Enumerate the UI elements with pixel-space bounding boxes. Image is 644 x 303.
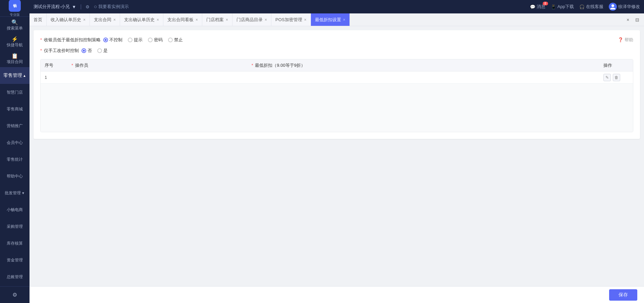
policy-option-password[interactable]: 密码 (148, 37, 163, 43)
sidebar-item-label-member: 会员中心 (7, 140, 23, 146)
sidebar-logo: 畅 专业版 (0, 0, 30, 17)
sidebar-item-label-contract: 项目合同 (7, 59, 23, 65)
tab-income-history-close[interactable]: × (83, 17, 86, 22)
demo-text: 我要看实例演示 (98, 4, 129, 10)
sidebar-item-marketing[interactable]: 营销推广 (0, 117, 30, 134)
tab-more-btn[interactable]: ⊟ (633, 16, 641, 24)
user-name: 徐泽华修改 (618, 4, 640, 10)
topbar-demo[interactable]: ○ 我要看实例演示 (94, 4, 129, 10)
policy-radio-group: 不控制 提示 密码 禁止 (103, 37, 183, 43)
tab-store-catalog-label: 门店商品目录 (236, 17, 263, 23)
sidebar-item-label-retailmall: 零售商城 (7, 106, 23, 112)
tab-expense-contract-label: 支出合同 (94, 17, 111, 23)
sidebar-item-finance[interactable]: 资金管理 (0, 252, 30, 268)
messages-badge: 8 (543, 2, 548, 5)
sidebar-item-ledger[interactable]: 总账管理 (0, 268, 30, 285)
tab-income-history-label: 收入确认单历史 (51, 17, 81, 23)
policy-option-label-password: 密码 (154, 37, 163, 43)
tab-expense-board-label: 支出合同看板 (167, 17, 194, 23)
tab-min-discount-label: 最低折扣设置 (315, 17, 341, 23)
tab-income-history[interactable]: 收入确认单历史 × (47, 13, 90, 26)
tab-store-catalog-close[interactable]: × (265, 17, 267, 22)
manual-radio-group: 否 是 (82, 48, 108, 54)
sidebar-item-contract[interactable]: 📋 项目合同 (0, 50, 30, 67)
tab-store-file[interactable]: 门店档案 × (202, 13, 232, 26)
sidebar-item-search[interactable]: 🔍 搜索菜单 (0, 17, 30, 34)
sidebar-item-label-retailstats: 零售统计 (7, 157, 23, 162)
table-header: 序号 * 操作员 * 最低折扣（9.00等于9折） 操作 (41, 59, 633, 71)
sidebar-item-help[interactable]: 帮助中心 (0, 168, 30, 185)
sidebar-footer-settings[interactable]: ⚙ (0, 286, 30, 303)
user-menu[interactable]: 徐泽华修改 (609, 3, 640, 11)
policy-option-label-forbidden: 禁止 (174, 37, 183, 43)
sidebar-item-retail[interactable]: 零售管理 ▲ (0, 67, 30, 84)
tab-expense-history-close[interactable]: × (157, 17, 159, 22)
sidebar-item-inventory[interactable]: 库存核算 (0, 235, 30, 252)
tab-expense-board[interactable]: 支出合同看板 × (163, 13, 202, 26)
sidebar-item-member[interactable]: 会员中心 (0, 134, 30, 151)
save-button[interactable]: 保存 (609, 289, 637, 301)
tab-pos-encrypt[interactable]: POS加密管理 × (271, 13, 311, 26)
download-icon: 📱 (551, 4, 556, 9)
messages-btn[interactable]: 💬 消息 8 (530, 4, 545, 10)
tab-min-discount[interactable]: 最低折扣设置 × (311, 13, 350, 26)
tab-expense-history[interactable]: 支出确认单历史 × (120, 13, 163, 26)
sidebar-item-quicknav[interactable]: ⚡ 快捷导航 (0, 34, 30, 50)
sidebar-item-retailstats[interactable]: 零售统计 (0, 151, 30, 168)
topbar-settings[interactable]: ⚙ (86, 4, 90, 9)
manual-option-yes[interactable]: 是 (97, 48, 108, 54)
policy-option-forbidden[interactable]: 禁止 (168, 37, 183, 43)
delete-row-btn[interactable]: 🗑 (613, 74, 620, 81)
table-row: 1 ✎ 🗑 (41, 71, 633, 84)
discount-table: 序号 * 操作员 * 最低折扣（9.00等于9折） 操作 (40, 59, 633, 132)
tab-close-btn[interactable]: × (624, 16, 632, 24)
app-logo: 畅 (9, 0, 21, 12)
sidebar-item-smartstore[interactable]: 智慧门店 (0, 84, 30, 101)
customer-service-btn[interactable]: 🎧 在线客服 (579, 4, 603, 10)
policy-radio-inner-no-control (105, 39, 107, 41)
policy-option-hint[interactable]: 提示 (128, 37, 143, 43)
tab-expense-contract[interactable]: 支出合同 × (90, 13, 120, 26)
tab-store-file-close[interactable]: × (226, 17, 228, 22)
manual-option-label-no: 否 (88, 48, 92, 54)
tab-expense-board-close[interactable]: × (196, 17, 198, 22)
tab-pos-encrypt-close[interactable]: × (304, 17, 307, 22)
policy-option-label-no-control: 不控制 (109, 37, 122, 43)
manual-radio-yes[interactable] (97, 48, 102, 53)
policy-radio-forbidden[interactable] (168, 38, 173, 42)
td-action-1: ✎ 🗑 (599, 74, 633, 81)
sidebar-item-wholesale[interactable]: 批发管理 ▼ (0, 185, 30, 201)
help-button[interactable]: ❓ 帮助 (618, 37, 633, 43)
app-download-btn[interactable]: 📱 App下载 (551, 4, 574, 10)
topbar-divider: | (80, 4, 82, 10)
tab-expense-contract-close[interactable]: × (113, 17, 116, 22)
sidebar-item-ecommerce[interactable]: 小畅电商 (0, 201, 30, 218)
topbar-right: 💬 消息 8 📱 App下载 🎧 在线客服 徐泽华修改 (530, 3, 640, 11)
sidebar-item-retailmall[interactable]: 零售商城 (0, 101, 30, 117)
manual-radio-no[interactable] (82, 48, 86, 53)
user-avatar (609, 3, 617, 11)
td-seq-1: 1 (41, 75, 67, 80)
sidebar-item-label-inventory: 库存核算 (7, 241, 23, 246)
tab-store-file-label: 门店档案 (206, 17, 224, 23)
edit-row-btn[interactable]: ✎ (603, 74, 611, 81)
content-area: ❓ 帮助 * 收银员低于最低折扣控制策略 不控制 提示 (30, 26, 644, 286)
manual-option-no[interactable]: 否 (82, 48, 92, 54)
tabs-bar: 首页 收入确认单历史 × 支出合同 × 支出确认单历史 × 支出合同看板 × 门… (30, 13, 644, 26)
demo-icon: ○ (94, 4, 97, 10)
sidebar-item-label-purchase: 采购管理 (7, 224, 23, 230)
tab-min-discount-close[interactable]: × (343, 17, 345, 22)
tab-home[interactable]: 首页 (30, 13, 47, 26)
tab-pos-encrypt-label: POS加密管理 (275, 17, 302, 23)
policy-radio-no-control[interactable] (103, 38, 108, 42)
manual-required-star: * (40, 48, 42, 53)
policy-radio-password[interactable] (148, 38, 153, 42)
sidebar-item-purchase[interactable]: 采购管理 (0, 218, 30, 235)
tab-expense-history-label: 支出确认单历史 (124, 17, 155, 23)
operator-required-star: * (71, 63, 73, 68)
policy-radio-hint[interactable] (128, 38, 132, 42)
topbar-project[interactable]: 测试分开流程-小兄 ▼ (34, 4, 76, 10)
sidebar-item-label-ledger: 总账管理 (7, 274, 23, 280)
policy-option-no-control[interactable]: 不控制 (103, 37, 122, 43)
tab-store-catalog[interactable]: 门店商品目录 × (232, 13, 271, 26)
